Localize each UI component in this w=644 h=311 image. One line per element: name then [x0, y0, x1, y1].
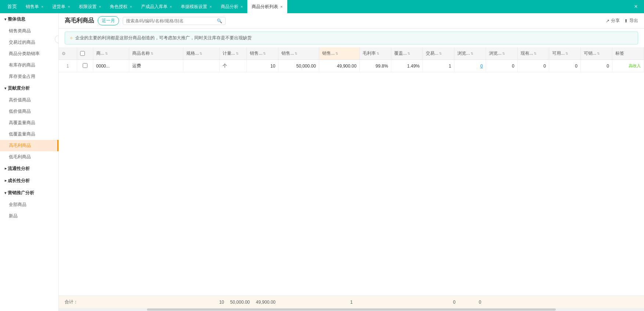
th-spec[interactable]: 规格...⇅ — [183, 47, 219, 60]
arrow-liquidity: ▾ — [3, 168, 7, 170]
sidebar-item-high-value[interactable]: 高价值商品 — [0, 94, 58, 106]
horizontal-scrollbar[interactable] — [59, 308, 644, 311]
th-tag[interactable]: 标签 — [612, 47, 644, 60]
footer-label: 合计： — [65, 299, 78, 305]
th-saleable[interactable]: 可销...⇅ — [580, 47, 612, 60]
row-checkbox[interactable] — [77, 60, 93, 72]
th-available[interactable]: 可用...⇅ — [549, 47, 581, 60]
filter-recent-month-btn[interactable]: 近一月 — [98, 16, 119, 25]
footer-transaction: 1 — [330, 300, 356, 305]
nav-goods-analysis[interactable]: 商品分析 × — [216, 0, 247, 13]
nav-product-in[interactable]: 产成品入库单 × — [137, 0, 176, 13]
nav-goods-analysis-list[interactable]: 商品分析列表 × — [247, 0, 287, 13]
row-sales-amt2: 49,900.00 — [319, 60, 360, 72]
row-browse1[interactable]: 0 — [454, 60, 486, 72]
top-nav: 首页 销售单 × 进货单 × 权限设置 × 角色授权 × 产成品入库单 × 单据… — [0, 0, 644, 13]
footer-available: 0 — [433, 300, 458, 305]
table-wrapper: ⚙ 商...⇅ 商品名称⇅ 规 — [59, 47, 644, 296]
nav-sales-close[interactable]: × — [41, 4, 43, 9]
row-code: 0000... — [93, 60, 129, 72]
sort-name-icon: ⇅ — [151, 52, 154, 55]
th-current[interactable]: 现有...⇅ — [518, 47, 549, 60]
nav-goods-analysis-close[interactable]: × — [241, 4, 243, 9]
sidebar-item-high-coverage[interactable]: 高覆盖量商品 — [0, 117, 58, 129]
nav-product-in-close[interactable]: × — [170, 4, 172, 9]
th-sales-amt2[interactable]: 销售...⇅ — [319, 47, 360, 60]
sort-spec-icon: ⇅ — [199, 52, 202, 55]
row-available: 0 — [549, 60, 581, 72]
nav-role-close[interactable]: × — [130, 4, 132, 9]
row-name: 运费 — [129, 60, 183, 72]
sidebar-item-traded-goods[interactable]: 交易过的商品 — [0, 37, 58, 48]
nav-template-close[interactable]: × — [209, 4, 212, 9]
sidebar-item-sales-goods[interactable]: 销售类商品 — [0, 25, 58, 37]
th-gross-rate[interactable]: 毛利率⇅ — [360, 47, 391, 60]
table-header-row: ⚙ 商...⇅ 商品名称⇅ 规 — [59, 47, 644, 60]
footer-sales-amt2: 49,900.00 — [253, 300, 278, 305]
footer-available2: 0 — [458, 300, 484, 305]
row-index: 1 — [59, 60, 77, 72]
search-box: 🔍 — [123, 17, 226, 25]
sort-avail-icon: ⇅ — [565, 52, 568, 55]
sort-browse1-icon: ⇅ — [471, 52, 474, 55]
row-sales-amt: 50,000.00 — [278, 60, 319, 72]
th-unit[interactable]: 计量...⇅ — [219, 47, 247, 60]
th-coverage[interactable]: 覆盖...⇅ — [391, 47, 423, 60]
sidebar-item-stocked-goods[interactable]: 有库存的商品 — [0, 59, 58, 71]
info-icon: ✧ — [69, 36, 73, 41]
sidebar-group-contribution[interactable]: ▾ 贡献度分析 — [0, 82, 58, 94]
nav-purchase-close[interactable]: × — [68, 4, 70, 9]
th-code[interactable]: 商...⇅ — [93, 47, 129, 60]
th-browse2[interactable]: 浏览...⇅ — [486, 47, 518, 60]
sidebar-group-growth[interactable]: ▾ 成长性分析 — [0, 175, 58, 187]
row-browse2: 0 — [486, 60, 518, 72]
share-btn[interactable]: ↗ 分享 — [606, 18, 620, 24]
sidebar-item-low-coverage[interactable]: 低覆盖量商品 — [0, 129, 58, 140]
search-icon[interactable]: 🔍 — [217, 18, 222, 23]
nav-template[interactable]: 单据模板设置 × — [176, 0, 216, 13]
sort-unit-icon: ⇅ — [236, 52, 239, 55]
sidebar-group-overall[interactable]: ▾ 整体信息 — [0, 13, 58, 25]
th-checkbox[interactable] — [77, 47, 93, 60]
search-input[interactable] — [126, 18, 217, 23]
row-sales-qty: 10 — [247, 60, 278, 72]
scroll-thumb[interactable] — [147, 308, 556, 311]
export-icon: ⬆ — [624, 18, 628, 23]
header-actions: ↗ 分享 ⬆ 导出 — [606, 18, 638, 24]
sidebar-group-marketing[interactable]: ▾ 营销推广分析 — [0, 187, 58, 199]
select-all-checkbox[interactable] — [80, 51, 85, 56]
th-sales-amt[interactable]: 销售...⇅ — [278, 47, 319, 60]
sidebar-item-low-value[interactable]: 低价值商品 — [0, 106, 58, 117]
sidebar-item-inventory-capital[interactable]: 库存资金占用 — [0, 71, 58, 82]
sidebar-item-category-rate[interactable]: 商品分类助销率 — [0, 48, 58, 59]
th-transaction[interactable]: 交易...⇅ — [423, 47, 454, 60]
sort-qty-icon: ⇅ — [263, 52, 266, 55]
nav-permission-close[interactable]: × — [99, 4, 101, 9]
sidebar-item-all-goods[interactable]: 全部商品 — [0, 199, 58, 210]
th-name[interactable]: 商品名称⇅ — [129, 47, 183, 60]
nav-purchase[interactable]: 进货单 × — [48, 0, 74, 13]
th-browse1[interactable]: 浏览...⇅ — [454, 47, 486, 60]
sidebar-item-high-margin[interactable]: 高毛利商品 — [0, 140, 58, 151]
page-title: 高毛利商品 — [65, 17, 94, 25]
sort-gross-icon: ⇅ — [377, 52, 379, 55]
data-table: ⚙ 商...⇅ 商品名称⇅ 规 — [59, 47, 644, 72]
nav-permission[interactable]: 权限设置 × — [75, 0, 105, 13]
nav-role[interactable]: 角色授权 × — [105, 0, 136, 13]
sort-browse2-icon: ⇅ — [502, 52, 505, 55]
nav-sales[interactable]: 销售单 × — [21, 0, 48, 13]
sort-coverage-icon: ⇅ — [407, 52, 410, 55]
arrow-growth: ▾ — [3, 180, 7, 182]
th-settings[interactable]: ⚙ — [59, 47, 77, 60]
sidebar-item-new-goods[interactable]: 新品 — [0, 210, 58, 222]
row-saleable: 0 — [580, 60, 612, 72]
row-select-checkbox[interactable] — [83, 63, 87, 68]
nav-home[interactable]: 首页 — [3, 0, 21, 13]
sidebar-group-liquidity[interactable]: ▾ 流通性分析 — [0, 163, 58, 175]
close-all-btn[interactable]: × — [631, 1, 641, 12]
export-btn[interactable]: ⬆ 导出 — [624, 18, 638, 24]
th-sales-qty[interactable]: 销售...⇅ — [247, 47, 278, 60]
sidebar-item-low-margin[interactable]: 低毛利商品 — [0, 151, 58, 163]
arrow-marketing: ▾ — [4, 191, 6, 195]
nav-goods-analysis-list-close[interactable]: × — [280, 4, 283, 9]
